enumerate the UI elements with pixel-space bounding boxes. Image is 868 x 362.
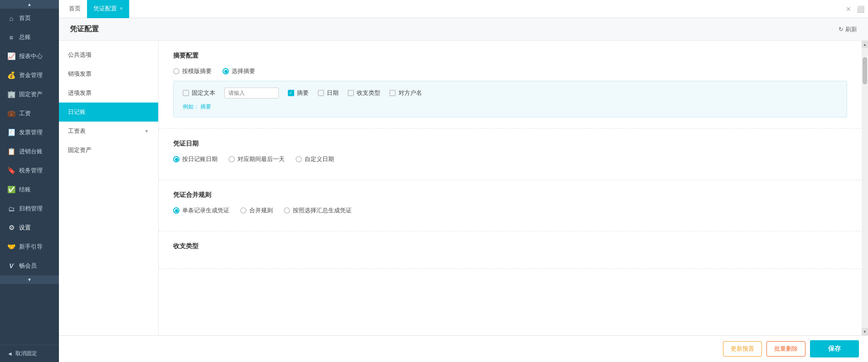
sidebar-item-vip[interactable]: V 畅会员 [0, 256, 59, 275]
left-nav: 公共选项 销项发票 进项发票 日记账 工资表 ▼ 固定资产 [59, 41, 159, 335]
scrollbar: ▲ ▼ [862, 41, 868, 335]
page-title: 凭证配置 [70, 24, 99, 34]
page-header: 凭证配置 ↻ 刷新 [59, 18, 868, 41]
sidebar-item-ledger[interactable]: ≡ 总账 [0, 28, 59, 47]
radio-select-summary[interactable]: 选择摘要 [223, 67, 255, 75]
radio-merge-rules-circle [240, 207, 247, 214]
batch-delete-button[interactable]: 批量删除 [766, 341, 805, 357]
checkbox-date-box [318, 90, 324, 96]
content-wrapper: 公共选项 销项发票 进项发票 日记账 工资表 ▼ 固定资产 摘要配置 [59, 41, 868, 335]
radio-last-day[interactable]: 对应期间最后一天 [228, 155, 285, 163]
scroll-down-arrow[interactable]: ▼ [862, 328, 868, 335]
sidebar-item-reports[interactable]: 📈 报表中心 [0, 47, 59, 66]
tab-voucher-config[interactable]: 凭证配置 × [87, 0, 129, 18]
home-icon: ⌂ [7, 15, 15, 22]
income-expense-title: 收支类型 [173, 242, 847, 250]
closing-icon: ✅ [7, 186, 15, 194]
nav-item-public[interactable]: 公共选项 [59, 45, 158, 64]
tab-home[interactable]: 首页 [63, 0, 87, 18]
radio-select-summary[interactable]: 按照选择汇总生成凭证 [284, 206, 352, 215]
window-max-icon[interactable]: ⬜ [857, 5, 864, 13]
bottom-bar: 更新预置 批量删除 保存 [59, 335, 868, 362]
sidebar-item-archive[interactable]: 🗂 归档管理 [0, 199, 59, 218]
summary-radio-group: 按模版摘要 选择摘要 [173, 67, 847, 75]
example-text: 例如： 摘要 [183, 103, 838, 111]
ledger-icon: ≡ [7, 34, 15, 41]
checkbox-income-expense-type[interactable]: 收支类型 [348, 89, 380, 97]
window-controls: ✕ ⬜ [846, 5, 864, 13]
fixed-text-input[interactable] [224, 88, 279, 98]
radio-journal-date-circle [173, 156, 179, 162]
update-preset-button[interactable]: 更新预置 [723, 341, 762, 357]
radio-template-summary[interactable]: 按模版摘要 [173, 67, 212, 75]
purchase-sales-icon: 📋 [7, 147, 15, 156]
nav-item-fixed-assets[interactable]: 固定资产 [59, 141, 158, 160]
guide-icon: 🤝 [7, 243, 15, 251]
merge-section: 凭证合并规则 单条记录生成凭证 合并规则 按照选择汇总生成凭证 [159, 180, 862, 231]
date-section: 凭证日期 按日记账日期 对应期间最后一天 自定义日期 [159, 129, 862, 180]
unpin-icon: ◄ [7, 351, 13, 357]
income-expense-section: 收支类型 [159, 231, 862, 269]
refresh-button[interactable]: ↻ 刷新 [839, 25, 857, 34]
sidebar-item-payroll[interactable]: 💼 工资 [0, 104, 59, 123]
radio-single-record[interactable]: 单条记录生成凭证 [173, 206, 229, 215]
checkbox-counterpart-box [389, 90, 396, 96]
date-title: 凭证日期 [173, 140, 847, 148]
sidebar-item-tax[interactable]: 🔖 税务管理 [0, 161, 59, 180]
sidebar-item-closing[interactable]: ✅ 结账 [0, 180, 59, 199]
sidebar-scroll-up[interactable]: ▲ [0, 0, 59, 9]
save-button[interactable]: 保存 [810, 340, 859, 357]
radio-select-summary-circle [284, 207, 290, 214]
nav-item-journal[interactable]: 日记账 [59, 103, 158, 122]
summary-section: 摘要配置 按模版摘要 选择摘要 固定文本 [159, 41, 862, 129]
refresh-icon: ↻ [839, 26, 844, 33]
tab-close-icon[interactable]: × [120, 5, 123, 12]
window-close-icon[interactable]: ✕ [846, 5, 851, 13]
main-area: 首页 凭证配置 × ✕ ⬜ 凭证配置 ↻ 刷新 公共选项 销项发票 进项 [59, 0, 868, 362]
invoice-mgmt-icon: 🧾 [7, 128, 15, 137]
checkbox-fixed-text-box [183, 90, 189, 96]
radio-single-circle [173, 207, 179, 214]
sidebar-scroll-down[interactable]: ▼ [0, 275, 59, 284]
nav-item-purchase-invoice[interactable]: 进项发票 [59, 83, 158, 103]
date-radio-group: 按日记账日期 对应期间最后一天 自定义日期 [173, 155, 847, 163]
checkbox-income-expense-box [348, 90, 354, 96]
checkbox-counterpart-name[interactable]: 对方户名 [389, 89, 422, 97]
right-content: 摘要配置 按模版摘要 选择摘要 固定文本 [159, 41, 862, 335]
vip-icon: V [7, 262, 15, 269]
sidebar-item-assets[interactable]: 🏢 固定资产 [0, 85, 59, 104]
checkbox-fixed-text[interactable]: 固定文本 [183, 89, 215, 97]
sidebar-item-purchase-sales[interactable]: 📋 进销台账 [0, 142, 59, 161]
reports-icon: 📈 [7, 52, 15, 60]
sidebar-item-guide[interactable]: 🤝 新手引导 [0, 237, 59, 256]
merge-title: 凭证合并规则 [173, 191, 847, 199]
tab-bar: 首页 凭证配置 × ✕ ⬜ [59, 0, 868, 18]
radio-merge-rules[interactable]: 合并规则 [240, 206, 273, 215]
nav-item-payroll-table[interactable]: 工资表 ▼ [59, 122, 158, 141]
radio-template-circle [173, 68, 179, 74]
sidebar-item-home[interactable]: ⌂ 首页 [0, 9, 59, 28]
payroll-icon: 💼 [7, 109, 15, 117]
radio-custom-date-circle [296, 156, 302, 162]
nav-item-sales-invoice[interactable]: 销项发票 [59, 64, 158, 83]
tax-icon: 🔖 [7, 166, 15, 175]
assets-icon: 🏢 [7, 90, 15, 98]
radio-custom-date[interactable]: 自定义日期 [296, 155, 334, 163]
checkbox-date[interactable]: 日期 [318, 89, 339, 97]
funds-icon: 💰 [7, 71, 15, 79]
unpin-button[interactable]: ◄ 取消固定 [0, 345, 59, 362]
radio-by-journal-date[interactable]: 按日记账日期 [173, 155, 218, 163]
checkbox-summary[interactable]: ✓ 摘要 [288, 89, 309, 97]
scroll-thumb[interactable] [863, 57, 867, 84]
scroll-up-arrow[interactable]: ▲ [862, 41, 868, 48]
radio-select-circle [223, 68, 229, 74]
sidebar: ▲ ⌂ 首页 ≡ 总账 📈 报表中心 💰 资金管理 🏢 固定资产 💼 工资 🧾 … [0, 0, 59, 362]
sidebar-item-funds[interactable]: 💰 资金管理 [0, 66, 59, 85]
chevron-down-icon: ▼ [144, 128, 149, 134]
sidebar-item-invoice-mgmt[interactable]: 🧾 发票管理 [0, 123, 59, 142]
checkbox-row: 固定文本 ✓ 摘要 日期 收支类型 [183, 88, 838, 98]
summary-title: 摘要配置 [173, 52, 847, 60]
checkbox-summary-box: ✓ [288, 90, 294, 96]
merge-radio-group: 单条记录生成凭证 合并规则 按照选择汇总生成凭证 [173, 206, 847, 215]
sidebar-item-settings[interactable]: ⚙ 设置 [0, 218, 59, 237]
